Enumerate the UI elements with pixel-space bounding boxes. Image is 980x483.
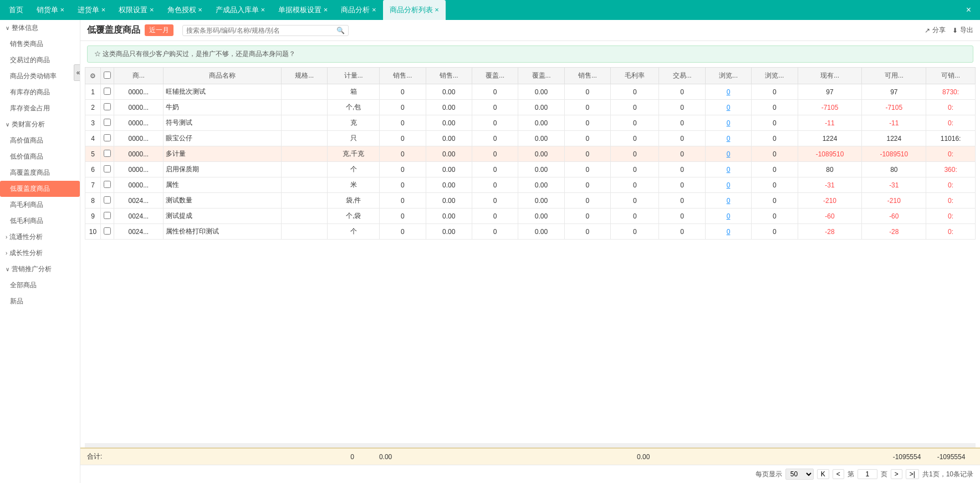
cell-checkbox[interactable] bbox=[101, 162, 114, 177]
sidebar-item-in-stock[interactable]: 有库存的商品 bbox=[0, 84, 80, 100]
cell-views1[interactable]: 0 bbox=[705, 84, 751, 100]
cell-stock: 1224 bbox=[798, 131, 862, 146]
nav-roles[interactable]: 角色授权 × bbox=[161, 0, 209, 20]
th-name[interactable]: 商品名称 bbox=[163, 68, 281, 84]
cell-sellable: 0: bbox=[926, 193, 976, 209]
row-checkbox[interactable] bbox=[104, 165, 111, 172]
row-checkbox[interactable] bbox=[104, 88, 111, 95]
th-unit[interactable]: 计量... bbox=[328, 68, 380, 84]
th-sales-qty[interactable]: 销售... bbox=[380, 68, 426, 84]
sidebar-item-category-rate[interactable]: 商品分类动销率 bbox=[0, 68, 80, 84]
cell-checkbox[interactable] bbox=[101, 177, 114, 193]
cell-views1[interactable]: 0 bbox=[705, 100, 751, 115]
th-views2[interactable]: 浏览... bbox=[752, 68, 798, 84]
nav-sales[interactable]: 销货单 × bbox=[30, 0, 71, 20]
cell-views1[interactable]: 0 bbox=[705, 177, 751, 193]
first-page-button[interactable]: K bbox=[817, 469, 829, 479]
cell-cov2: 0.00 bbox=[518, 84, 564, 100]
cell-views1[interactable]: 0 bbox=[705, 224, 751, 240]
sidebar-section-marketing[interactable]: ∨ 营销推广分析 bbox=[0, 261, 80, 277]
sidebar-item-high-profit[interactable]: 高毛利商品 bbox=[0, 197, 80, 213]
table-wrapper[interactable]: ⚙ 商... 商品名称 规格... 计量... 销售... 销售... 覆盖..… bbox=[85, 67, 976, 443]
sidebar-item-low-profit[interactable]: 低毛利商品 bbox=[0, 213, 80, 229]
sidebar-item-low-coverage[interactable]: 低覆盖度商品 bbox=[0, 181, 80, 197]
th-coverage2[interactable]: 覆盖... bbox=[518, 68, 564, 84]
th-available[interactable]: 可用... bbox=[862, 68, 926, 84]
settings-icon[interactable]: ⚙ bbox=[90, 72, 96, 80]
nav-permissions[interactable]: 权限设置 × bbox=[112, 0, 160, 20]
row-checkbox[interactable] bbox=[104, 181, 111, 188]
row-checkbox[interactable] bbox=[104, 212, 111, 219]
cell-checkbox[interactable] bbox=[101, 84, 114, 100]
cell-avail: 1224 bbox=[862, 131, 926, 146]
nav-product-analysis[interactable]: 商品分析 × bbox=[334, 0, 382, 20]
page-number-input[interactable] bbox=[858, 469, 877, 479]
nav-template-settings[interactable]: 单据模板设置 × bbox=[272, 0, 334, 20]
sidebar-item-traded-goods[interactable]: 交易过的商品 bbox=[0, 52, 80, 68]
sidebar-section-wealth[interactable]: ∨ 类财富分析 bbox=[0, 116, 80, 133]
share-button[interactable]: ↗ 分享 bbox=[925, 26, 946, 35]
cell-checkbox[interactable] bbox=[101, 115, 114, 131]
window-close-button[interactable]: × bbox=[959, 5, 978, 15]
th-settings[interactable]: ⚙ bbox=[85, 68, 101, 84]
cell-checkbox[interactable] bbox=[101, 209, 114, 224]
sidebar-item-all-goods[interactable]: 全部商品 bbox=[0, 277, 80, 293]
cell-checkbox[interactable] bbox=[101, 193, 114, 209]
cell-views1[interactable]: 0 bbox=[705, 209, 751, 224]
sidebar-item-high-coverage[interactable]: 高覆盖度商品 bbox=[0, 165, 80, 181]
horizontal-scrollbar[interactable] bbox=[85, 443, 976, 448]
th-current-stock[interactable]: 现有... bbox=[798, 68, 862, 84]
th-checkbox[interactable] bbox=[101, 68, 114, 84]
th-sales-amt[interactable]: 销售... bbox=[426, 68, 472, 84]
row-checkbox[interactable] bbox=[104, 119, 111, 126]
row-checkbox[interactable] bbox=[104, 196, 111, 204]
th-spec[interactable]: 规格... bbox=[281, 68, 327, 84]
cell-code: 0024... bbox=[114, 193, 164, 209]
cell-checkbox[interactable] bbox=[101, 224, 114, 240]
th-sellable[interactable]: 可销... bbox=[926, 68, 976, 84]
row-checkbox[interactable] bbox=[104, 134, 111, 141]
cell-views1[interactable]: 0 bbox=[705, 131, 751, 146]
sidebar-section-flow[interactable]: › 流通性分析 bbox=[0, 229, 80, 245]
page-size-select[interactable]: 50 20 100 200 bbox=[785, 469, 814, 480]
table-row: 6 0000... 启用保质期 个 0 0.00 0 0.00 0 0 0 0 … bbox=[85, 162, 976, 177]
nav-purchase[interactable]: 进货单 × bbox=[71, 0, 112, 20]
row-checkbox[interactable] bbox=[104, 103, 111, 110]
th-gross-margin[interactable]: 毛利率 bbox=[611, 68, 659, 84]
sidebar-item-low-value[interactable]: 低价值商品 bbox=[0, 149, 80, 165]
nav-product-analysis-list[interactable]: 商品分析列表 × bbox=[383, 0, 446, 20]
cell-views1[interactable]: 0 bbox=[705, 146, 751, 162]
last-page-button[interactable]: >| bbox=[906, 469, 919, 479]
nav-finished-goods[interactable]: 产成品入库单 × bbox=[209, 0, 272, 20]
next-page-button[interactable]: > bbox=[891, 469, 902, 479]
cell-checkbox[interactable] bbox=[101, 100, 114, 115]
cell-sales3: 0 bbox=[564, 224, 610, 240]
sidebar-item-high-value[interactable]: 高价值商品 bbox=[0, 133, 80, 149]
sidebar-collapse-button[interactable]: « bbox=[74, 64, 80, 81]
time-filter-button[interactable]: 近一月 bbox=[145, 24, 173, 36]
cell-views1[interactable]: 0 bbox=[705, 193, 751, 209]
sidebar-item-inventory-fund[interactable]: 库存资金占用 bbox=[0, 100, 80, 116]
th-views1[interactable]: 浏览... bbox=[705, 68, 751, 84]
th-transactions[interactable]: 交易... bbox=[659, 68, 705, 84]
select-all-checkbox[interactable] bbox=[104, 72, 111, 79]
th-sales3[interactable]: 销售... bbox=[564, 68, 610, 84]
export-icon: ⬇ bbox=[952, 27, 958, 34]
th-coverage1[interactable]: 覆盖... bbox=[472, 68, 518, 84]
row-checkbox[interactable] bbox=[104, 150, 111, 157]
search-input[interactable] bbox=[186, 27, 336, 34]
row-checkbox[interactable] bbox=[104, 227, 111, 235]
cell-views1[interactable]: 0 bbox=[705, 115, 751, 131]
sidebar-section-overall[interactable]: ∨ 整体信息 bbox=[0, 20, 80, 36]
cell-views1[interactable]: 0 bbox=[705, 162, 751, 177]
nav-home[interactable]: 首页 bbox=[2, 0, 30, 20]
sidebar-item-new-goods[interactable]: 新品 bbox=[0, 293, 80, 309]
cell-sales-amt: 0.00 bbox=[426, 177, 472, 193]
export-button[interactable]: ⬇ 导出 bbox=[952, 26, 973, 35]
th-code[interactable]: 商... bbox=[114, 68, 164, 84]
sidebar-section-growth[interactable]: › 成长性分析 bbox=[0, 245, 80, 261]
prev-page-button[interactable]: < bbox=[833, 469, 844, 479]
sidebar-item-sales-goods[interactable]: 销售类商品 bbox=[0, 36, 80, 52]
cell-checkbox[interactable] bbox=[101, 131, 114, 146]
cell-checkbox[interactable] bbox=[101, 146, 114, 162]
